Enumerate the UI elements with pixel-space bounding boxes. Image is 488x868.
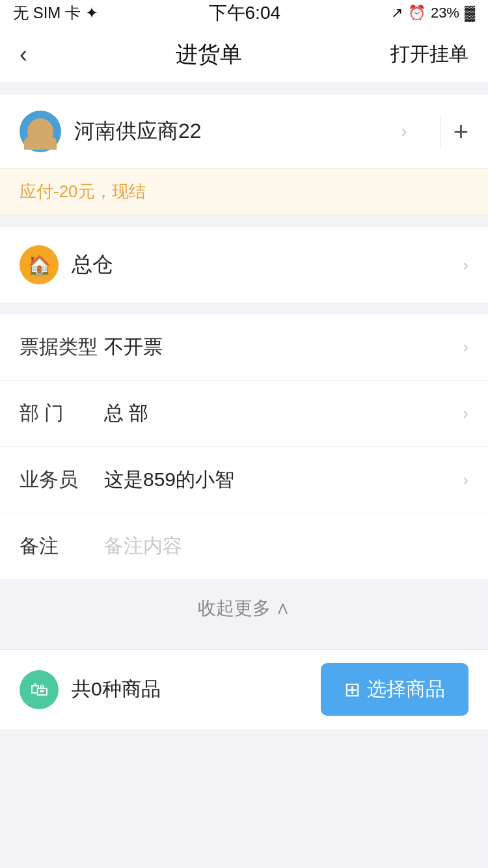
divider-top [0,83,488,95]
product-icon: 🛍 [20,670,59,709]
add-supplier-button[interactable]: + [454,117,468,146]
form-row-invoice[interactable]: 票据类型 不开票 › [0,314,488,380]
form-card: 票据类型 不开票 › 部 门 总 部 › 业务员 这是859的小智 › 备注 备… [0,314,488,579]
invoice-type-value: 不开票 [104,334,463,360]
status-time: 下午6:04 [209,1,281,25]
supplier-card: 河南供应商22 › + 应付-20元，现结 [0,95,488,215]
form-row-department[interactable]: 部 门 总 部 › [0,380,488,446]
select-product-icon: ⊞ [344,678,360,701]
house-icon: 🏠 [27,254,51,277]
supplier-name: 河南供应商22 [74,117,401,146]
sim-signal: 无 SIM 卡 ✦ [13,3,98,23]
collapse-button[interactable]: 收起更多 ∧ [0,579,488,638]
page-title: 进货单 [176,40,242,70]
department-label: 部 门 [20,400,104,427]
department-chevron-icon: › [463,403,468,424]
product-count-label: 共0种商品 [72,676,321,703]
location-icon: ↗ [391,5,403,21]
notice-text: 应付-20元，现结 [20,182,146,201]
notice-bar: 应付-20元，现结 [0,168,488,215]
warehouse-row[interactable]: 🏠 总仓 › [0,227,488,303]
invoice-chevron-icon: › [463,337,468,357]
status-right: ↗ ⏰ 23% ▓ [391,5,475,21]
supplier-avatar [20,111,61,152]
nav-bar: ‹ 进货单 打开挂单 [0,26,488,83]
divider-2 [0,215,488,227]
department-value: 总 部 [104,400,463,427]
select-product-label: 选择商品 [367,676,445,703]
invoice-type-label: 票据类型 [20,334,104,360]
empty-area [0,729,488,868]
divider-4 [0,638,488,649]
warehouse-name: 总仓 [72,251,463,279]
remark-label: 备注 [20,533,104,560]
battery-icon: ▓ [465,5,475,21]
warehouse-icon: 🏠 [20,245,59,284]
salesperson-value: 这是859的小智 [104,467,463,493]
back-button[interactable]: ‹ [20,43,27,66]
form-row-salesperson[interactable]: 业务员 这是859的小智 › [0,446,488,513]
warehouse-chevron-icon: › [463,255,468,275]
status-bar: 无 SIM 卡 ✦ 下午6:04 ↗ ⏰ 23% ▓ [0,0,488,26]
salesperson-label: 业务员 [20,467,104,493]
salesperson-chevron-icon: › [463,470,468,490]
alarm-icon: ⏰ [408,5,426,21]
battery-label: 23% [431,5,459,21]
remark-placeholder[interactable]: 备注内容 [104,533,468,560]
warehouse-card: 🏠 总仓 › [0,227,488,303]
status-left: 无 SIM 卡 ✦ [13,3,98,23]
supplier-chevron-icon: › [401,121,407,142]
bottom-bar: 🛍 共0种商品 ⊞ 选择商品 [0,649,488,729]
select-product-button[interactable]: ⊞ 选择商品 [321,663,468,716]
supplier-row[interactable]: 河南供应商22 › + [0,95,488,168]
vertical-divider [440,115,441,148]
open-pending-button[interactable]: 打开挂单 [390,41,468,68]
form-row-remark[interactable]: 备注 备注内容 [0,513,488,579]
bag-icon: 🛍 [30,679,48,700]
avatar-inner [27,118,53,144]
divider-3 [0,303,488,314]
collapse-label: 收起更多 ∧ [198,598,291,618]
